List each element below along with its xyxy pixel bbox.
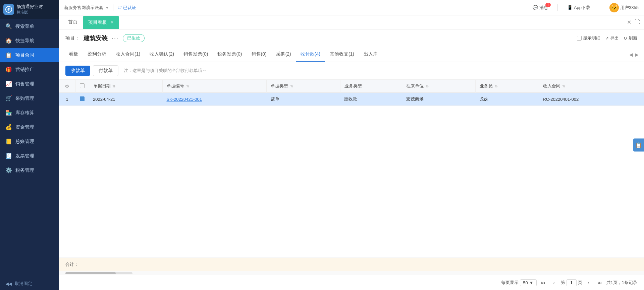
sidebar-item-tax[interactable]: ⚙️ 税务管理 [0,163,59,177]
th-type-label: 单据类型 [271,83,288,88]
inventory-icon: 🏪 [5,110,12,116]
th-checkbox [75,80,89,93]
export-icon: ↗ [605,36,609,41]
inner-tab-receipt[interactable]: 收款单 [65,66,90,76]
th-salesman[interactable]: 业务员 ⇅ [476,80,539,93]
th-biz-type: 业务类型 [340,80,402,93]
th-number[interactable]: 单据编号 ⇅ [162,80,266,93]
subtab-income-contract[interactable]: 收入合同(1) [111,47,145,62]
inner-tab-note: 注：这里是与项目关联的全部收付款单哦～ [124,68,207,74]
inner-tab-payment[interactable]: 付款单 [93,65,118,76]
sidebar-item-search[interactable]: 🔍 搜索菜单 [0,19,59,33]
subtab-income-contract-label: 收入合同(1) [116,51,140,57]
refresh-icon: ↻ [624,36,627,41]
th-date-label: 单据日期 [93,83,111,88]
row-type: 蓝单 [267,93,340,106]
subtab-income-confirm[interactable]: 收入确认(2) [145,47,179,62]
page-current: 第 页 [561,279,582,286]
page-size-dropdown[interactable]: 50 ▼ [520,279,536,286]
subtab-tax-invoice[interactable]: 税务发票(0) [213,47,247,62]
user-menu[interactable]: 🐱 用户3355 [609,3,639,12]
th-type[interactable]: 单据类型 ⇅ [267,80,340,93]
table-row[interactable]: 1 2022-04-21 SK-20220421-001 蓝单 应收款 宏茂商场… [59,93,644,106]
inner-tabs: 收款单 付款单 注：这里是与项目关联的全部收付款单哦～ [59,62,644,80]
subtab-purchase-label: 采购(2) [276,51,291,57]
header-checkbox[interactable] [80,83,85,88]
cancel-pin-button[interactable]: ◀◀ 取消固定 [0,277,59,290]
more-options-button[interactable]: ··· [112,35,119,42]
prev-page-icon: ‹ [553,280,554,285]
floating-action-button[interactable]: 📋 [633,139,644,152]
account-selector[interactable]: 新服务官网演示账套 ▼ [64,5,109,11]
th-partner[interactable]: 往来单位 ⇅ [402,80,476,93]
sidebar-item-sales[interactable]: 📈 销售管理 [0,77,59,91]
page-number-input[interactable] [567,279,577,286]
sort-partner-icon: ⇅ [426,84,429,88]
th-biz-type-label: 业务类型 [344,83,362,88]
last-page-button[interactable]: ⏭ [596,279,604,287]
scrollbar-track [65,272,132,274]
footer-total-label: 合计： [65,262,78,268]
page-size-arrow: ▼ [529,280,534,285]
subtab-profit-label: 盈利分析 [88,51,106,57]
refresh-button[interactable]: ↻ 刷新 [624,35,637,41]
notification-badge: 1 [545,3,551,7]
th-partner-label: 往来单位 [406,83,424,88]
subtab-next-icon[interactable]: ▶ [635,52,639,57]
subtab-income-confirm-label: 收入确认(2) [150,51,174,57]
subtab-stock[interactable]: 出入库 [359,47,382,62]
next-page-icon: › [588,280,589,285]
subtabs: 看板 盈利分析 收入合同(1) 收入确认(2) 销售发票(0) 税务发票(0) … [59,47,644,62]
subtab-purchase[interactable]: 采购(2) [271,47,296,62]
subtab-sales-invoice-label: 销售发票(0) [183,51,208,57]
scrollbar-thumb[interactable] [65,272,116,274]
message-button[interactable]: 💬 消息 1 [533,5,548,11]
tab-home[interactable]: 首页 [63,16,83,29]
export-button[interactable]: ↗ 导出 [605,35,619,41]
sidebar: 畅捷通好业财 标准版 🔍 搜索菜单 🏠 快捷导航 📋 项目合同 🎁 营销推广 📈… [0,0,59,290]
subtab-sales-invoice[interactable]: 销售发票(0) [179,47,213,62]
horizontal-scrollbar[interactable] [59,271,644,275]
next-page-button[interactable]: › [585,279,593,287]
tax-icon: ⚙️ [5,167,12,173]
floating-icon: 📋 [635,142,642,148]
row-checkbox[interactable] [75,93,89,106]
app-download-button[interactable]: 📱 App下载 [567,5,590,11]
sidebar-item-project-contract[interactable]: 📋 项目合同 [0,48,59,62]
prev-page-button[interactable]: ‹ [550,279,558,287]
subtab-other-income[interactable]: 其他收支(1) [325,47,359,62]
row-income-contract: RC-20220401-002 [539,93,644,106]
show-detail-toggle[interactable]: 显示明细 [577,35,600,41]
pagination: 每页显示 50 ▼ ⏮ ‹ 第 页 › ⏭ [59,275,644,290]
row-number-link[interactable]: SK-20220421-001 [166,97,202,102]
first-page-button[interactable]: ⏮ [539,279,547,287]
sidebar-item-purchase[interactable]: 🛒 采购管理 [0,91,59,105]
subtab-prev-icon[interactable]: ◀ [629,52,633,57]
maximize-window-button[interactable]: ⛶ [635,19,640,25]
inner-tab-payment-label: 付款单 [99,68,113,73]
subtab-kanban[interactable]: 看板 [64,47,83,62]
tab-close-icon[interactable]: ✕ [110,20,114,25]
sidebar-item-capital[interactable]: 💰 资金管理 [0,120,59,134]
sidebar-item-ledger[interactable]: 📒 总账管理 [0,134,59,149]
subtab-payment[interactable]: 收付款(4) [296,47,325,62]
th-settings[interactable]: ⚙ [59,80,75,93]
close-window-button[interactable]: ✕ [627,19,631,25]
sidebar-label-quick-nav: 快捷导航 [15,38,34,44]
th-date[interactable]: 单据日期 ⇅ [89,80,162,93]
sidebar-item-quick-nav[interactable]: 🏠 快捷导航 [0,33,59,48]
subtab-profit[interactable]: 盈利分析 [83,47,111,62]
certified-badge: 🛡 已认证 [117,5,136,11]
subtab-sales[interactable]: 销售(0) [247,47,271,62]
project-actions: 显示明细 ↗ 导出 ↻ 刷新 [577,35,637,41]
tab-project-board[interactable]: 项目看板 ✕ [83,16,119,29]
sidebar-item-invoice[interactable]: 🧾 发票管理 [0,149,59,163]
row-number[interactable]: SK-20220421-001 [162,93,266,106]
sidebar-item-marketing[interactable]: 🎁 营销推广 [0,62,59,77]
sidebar-item-inventory[interactable]: 🏪 库存核算 [0,105,59,120]
th-income-contract[interactable]: 收入合同 ⇅ [539,80,644,93]
show-detail-checkbox[interactable] [577,36,582,41]
subtab-payment-label: 收付款(4) [301,51,320,57]
th-income-contract-label: 收入合同 [543,83,560,88]
row-index: 1 [59,93,75,106]
